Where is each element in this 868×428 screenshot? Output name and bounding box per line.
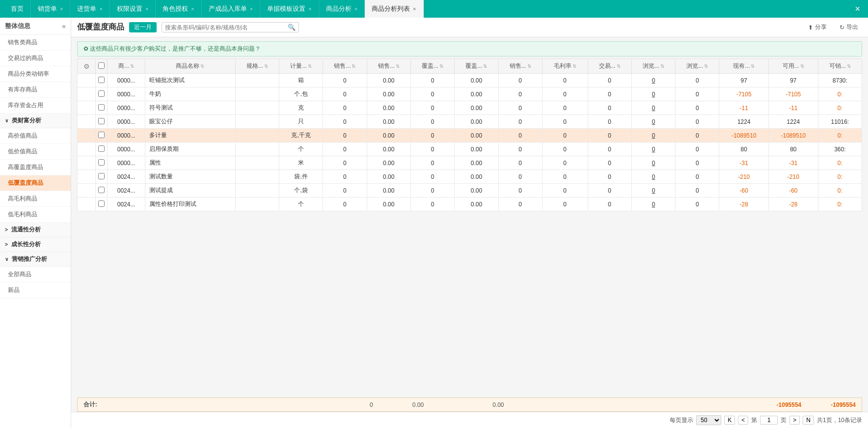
- sidebar-item-new-goods[interactable]: 新品: [0, 283, 71, 298]
- row-cover2: 0.00: [455, 129, 498, 143]
- page-size-select[interactable]: 20 50 100 200: [696, 415, 721, 425]
- row-cover2: 0.00: [455, 143, 498, 156]
- row-checkbox[interactable]: [96, 101, 108, 115]
- row-gear: [78, 74, 96, 87]
- prev-page-button[interactable]: <: [738, 416, 748, 425]
- sidebar-item-low-coverage[interactable]: 低覆盖度商品: [0, 175, 71, 191]
- nav-role-auth[interactable]: 角色授权 ×: [156, 0, 201, 18]
- sidebar-item-sales-goods[interactable]: 销售类商品: [0, 35, 71, 51]
- row-cover2: 0.00: [455, 74, 498, 87]
- sidebar-item-low-margin[interactable]: 低毛利商品: [0, 207, 71, 223]
- select-all-checkbox[interactable]: [98, 62, 105, 69]
- cover1-column-header[interactable]: 覆盖...⇅: [410, 59, 454, 74]
- sellable-column-header[interactable]: 可销...⇅: [818, 59, 862, 74]
- last-page-button[interactable]: N: [803, 416, 814, 425]
- row-browse1[interactable]: 0: [631, 115, 675, 129]
- available-stock-column-header[interactable]: 可用...⇅: [769, 59, 818, 74]
- row-sales-amount: 0.00: [367, 87, 410, 101]
- search-input[interactable]: [165, 24, 288, 31]
- sidebar-item-inventory-capital[interactable]: 库存资金占用: [0, 98, 71, 114]
- table-row: 0024... 测试提成 个,袋 0 0.00 0 0.00 0 0 0 0 0…: [78, 184, 862, 198]
- row-spec: [235, 198, 279, 211]
- sidebar-collapse-button[interactable]: «: [62, 22, 66, 30]
- row-checkbox[interactable]: [96, 156, 108, 170]
- row-checkbox[interactable]: [96, 115, 108, 129]
- export-button[interactable]: ↻ 导出: [836, 22, 862, 33]
- sidebar-group-growth[interactable]: > 成长性分析: [0, 237, 71, 252]
- code-column-header[interactable]: 商...⇅: [108, 59, 145, 74]
- row-browse2: 0: [676, 101, 719, 115]
- nav-permissions[interactable]: 权限设置 ×: [110, 0, 156, 18]
- nav-purchase-order[interactable]: 进货单 ×: [70, 0, 109, 18]
- row-sales-qty: 0: [323, 101, 367, 115]
- unit-column-header[interactable]: 计量...⇅: [279, 59, 323, 74]
- share-button[interactable]: ⬆ 分享: [804, 22, 831, 33]
- row-gear: [78, 87, 96, 101]
- browse2-column-header[interactable]: 浏览...⇅: [676, 59, 719, 74]
- row-gross-margin: 0: [542, 74, 588, 87]
- nav-finished-goods[interactable]: 产成品入库单 ×: [202, 0, 260, 18]
- gross-margin-column-header[interactable]: 毛利率⇅: [542, 59, 588, 74]
- close-all-button[interactable]: ×: [851, 4, 864, 14]
- sidebar-group-liquidity[interactable]: > 流通性分析: [0, 223, 71, 237]
- sidebar-group-marketing[interactable]: ∨ 营销推广分析: [0, 252, 71, 267]
- current-stock-column-header[interactable]: 现有...⇅: [719, 59, 769, 74]
- spec-column-header[interactable]: 规格...⇅: [235, 59, 279, 74]
- row-checkbox[interactable]: [96, 184, 108, 198]
- nav-product-analysis[interactable]: 商品分析 ×: [319, 0, 365, 18]
- sales-amount-column-header[interactable]: 销售...⇅: [367, 59, 410, 74]
- row-checkbox[interactable]: [96, 74, 108, 87]
- row-browse1[interactable]: 0: [631, 101, 675, 115]
- close-icon[interactable]: ×: [413, 6, 416, 12]
- name-column-header[interactable]: 商品名称⇅: [145, 59, 236, 74]
- sidebar-item-all-goods[interactable]: 全部商品: [0, 267, 71, 283]
- row-browse1[interactable]: 0: [631, 143, 675, 156]
- nav-home[interactable]: 首页: [4, 0, 31, 18]
- close-icon[interactable]: ×: [354, 6, 357, 12]
- row-browse1[interactable]: 0: [631, 184, 675, 198]
- sidebar-item-high-coverage[interactable]: 高覆盖度商品: [0, 160, 71, 175]
- row-checkbox[interactable]: [96, 143, 108, 156]
- sidebar-item-low-value[interactable]: 低价值商品: [0, 144, 71, 160]
- browse1-column-header[interactable]: 浏览...⇅: [631, 59, 675, 74]
- page-number-input[interactable]: [760, 416, 778, 425]
- trade-column-header[interactable]: 交易...⇅: [588, 59, 631, 74]
- sidebar-item-stocked-goods[interactable]: 有库存商品: [0, 82, 71, 98]
- sidebar-header: 整体信息 «: [0, 18, 71, 35]
- row-browse1[interactable]: 0: [631, 198, 675, 211]
- period-button[interactable]: 近一月: [129, 22, 157, 32]
- row-browse1[interactable]: 0: [631, 129, 675, 143]
- sidebar-item-high-value[interactable]: 高价值商品: [0, 128, 71, 144]
- sales3-column-header[interactable]: 销售...⇅: [498, 59, 542, 74]
- nav-template-settings[interactable]: 单据模板设置 ×: [260, 0, 319, 18]
- row-browse1[interactable]: 0: [631, 87, 675, 101]
- close-icon[interactable]: ×: [250, 6, 253, 12]
- next-page-button[interactable]: >: [789, 416, 800, 425]
- row-browse1[interactable]: 0: [631, 170, 675, 184]
- sidebar-item-category-turnover[interactable]: 商品分类动销率: [0, 66, 71, 82]
- close-icon[interactable]: ×: [191, 6, 194, 12]
- page-label: 第: [751, 416, 757, 425]
- row-checkbox[interactable]: [96, 129, 108, 143]
- row-browse1[interactable]: 0: [631, 74, 675, 87]
- nav-product-analysis-list[interactable]: 商品分析列表 ×: [365, 0, 423, 18]
- sidebar-item-traded-goods[interactable]: 交易过的商品: [0, 51, 71, 66]
- row-code: 0000...: [108, 143, 145, 156]
- row-gross-margin: 0: [542, 143, 588, 156]
- close-icon[interactable]: ×: [308, 6, 311, 12]
- sidebar-group-wealth[interactable]: ∨ 类财富分析: [0, 114, 71, 128]
- row-checkbox[interactable]: [96, 198, 108, 211]
- nav-sales-order[interactable]: 销货单 ×: [31, 0, 70, 18]
- gear-column-header[interactable]: ⚙: [78, 59, 96, 74]
- close-icon[interactable]: ×: [145, 6, 148, 12]
- sales-qty-column-header[interactable]: 销售...⇅: [323, 59, 367, 74]
- sidebar-item-high-margin[interactable]: 高毛利商品: [0, 191, 71, 207]
- close-icon[interactable]: ×: [60, 6, 63, 12]
- row-browse1[interactable]: 0: [631, 156, 675, 170]
- row-checkbox[interactable]: [96, 87, 108, 101]
- first-page-button[interactable]: K: [724, 416, 735, 425]
- cover2-column-header[interactable]: 覆盖...⇅: [455, 59, 498, 74]
- row-checkbox[interactable]: [96, 170, 108, 184]
- close-icon[interactable]: ×: [99, 6, 102, 12]
- checkbox-column-header[interactable]: [96, 59, 108, 74]
